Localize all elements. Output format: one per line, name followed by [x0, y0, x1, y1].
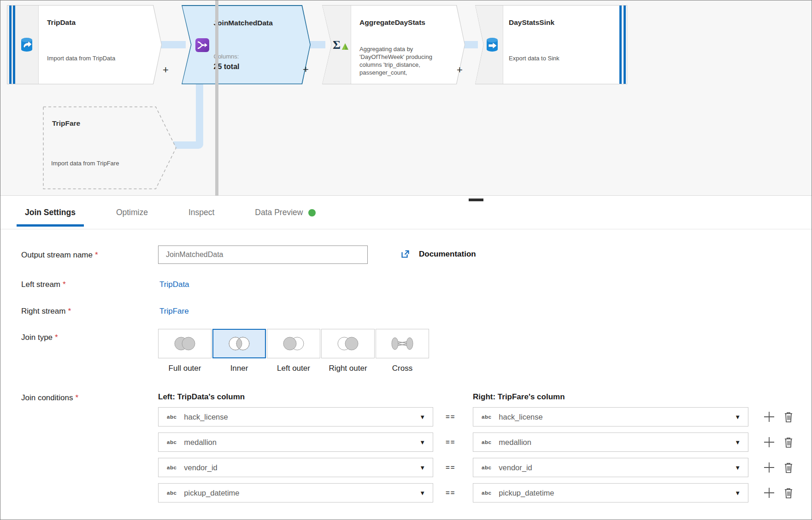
node-tripdata[interactable]: TripData Import data from TripData	[7, 5, 162, 84]
delete-condition-button[interactable]	[783, 436, 794, 448]
join-type-label: Join type*	[21, 333, 58, 342]
node-title: TripFare	[52, 119, 80, 128]
join-type-option-label: Cross	[376, 364, 429, 373]
output-stream-input[interactable]	[158, 245, 368, 264]
documentation-link[interactable]: Documentation	[400, 250, 476, 259]
svg-text:Σ: Σ	[333, 38, 341, 52]
string-type-badge: abc	[482, 490, 491, 496]
add-transformation-button[interactable]: +	[457, 64, 463, 76]
full-outer-venn-icon	[172, 335, 198, 352]
chevron-down-icon: ▼	[419, 439, 425, 446]
right-column-dropdown[interactable]: abc medallion ▼	[473, 432, 748, 452]
add-condition-button[interactable]	[763, 486, 776, 499]
chevron-down-icon: ▼	[419, 414, 425, 421]
chevron-down-icon: ▼	[735, 414, 741, 421]
dropdown-value: medallion	[184, 438, 419, 447]
left-outer-venn-icon	[281, 335, 306, 352]
delete-condition-button[interactable]	[783, 462, 794, 473]
equals-operator: ==	[446, 489, 456, 497]
join-type-option-label: Full outer	[158, 364, 212, 373]
right-stream-label: Right stream*	[21, 307, 71, 316]
join-type-left-outer-button[interactable]	[267, 329, 320, 358]
chevron-down-icon: ▼	[735, 464, 741, 471]
join-conditions-label: Join conditions*	[21, 393, 78, 403]
node-tripfare-ghost[interactable]: TripFare Import data from TripFare	[43, 106, 177, 189]
data-preview-status-dot	[308, 209, 316, 216]
left-column-dropdown[interactable]: abc vendor_id ▼	[158, 458, 433, 477]
chevron-down-icon: ▼	[735, 490, 741, 497]
add-condition-button[interactable]	[763, 410, 776, 423]
dataflow-canvas[interactable]: TripData Import data from TripData +	[0, 0, 812, 196]
node-daystatssink[interactable]: DayStatsSink Export data to Sink	[475, 5, 627, 84]
dropdown-value: hack_license	[499, 413, 735, 421]
external-link-icon	[400, 250, 410, 259]
tab-inspect[interactable]: Inspect	[180, 196, 223, 229]
right-column-dropdown[interactable]: abc vendor_id ▼	[473, 458, 748, 477]
right-column-dropdown[interactable]: abc hack_license ▼	[473, 407, 748, 427]
join-type-right-outer-button[interactable]	[321, 329, 375, 358]
right-stream-link[interactable]: TripFare	[159, 307, 189, 316]
stream-start-bar	[13, 6, 15, 84]
add-transformation-button[interactable]: +	[163, 64, 169, 76]
left-column-dropdown[interactable]: abc pickup_datetime ▼	[158, 483, 433, 502]
panel-resize-handle[interactable]	[469, 199, 483, 201]
join-type-full-outer-button[interactable]	[158, 329, 212, 358]
left-stream-link[interactable]: TripData	[159, 280, 189, 289]
left-column-dropdown[interactable]: abc hack_license ▼	[158, 407, 433, 427]
join-settings-form: Output stream name* Documentation Left s…	[0, 229, 812, 520]
add-transformation-button[interactable]: +	[303, 64, 309, 76]
left-column-dropdown[interactable]: abc medallion ▼	[158, 432, 433, 452]
dropdown-value: medallion	[499, 438, 735, 447]
left-stream-label: Left stream*	[21, 280, 66, 289]
label-text: Right stream	[21, 307, 65, 316]
node-description: Export data to Sink	[509, 54, 610, 62]
add-condition-button[interactable]	[763, 461, 776, 474]
tab-join-settings[interactable]: Join Settings	[17, 196, 84, 229]
node-description: Import data from TripData	[47, 54, 148, 62]
dropdown-value: pickup_datetime	[499, 489, 735, 497]
aggregate-icon: Σ	[333, 38, 348, 53]
chevron-down-icon: ▼	[419, 464, 425, 471]
right-column-dropdown[interactable]: abc pickup_datetime ▼	[473, 483, 748, 502]
tab-data-preview[interactable]: Data Preview	[247, 196, 324, 229]
join-type-inner-button[interactable]	[212, 329, 266, 358]
required-asterisk: *	[75, 393, 78, 402]
cross-join-icon	[389, 335, 415, 352]
label-text: Output stream name	[21, 251, 93, 259]
tab-label: Data Preview	[255, 208, 303, 217]
delete-condition-button[interactable]	[783, 411, 794, 423]
string-type-badge: abc	[482, 414, 491, 420]
node-joinmatcheddata[interactable]: JoinMatchedData Columns: 25 total	[182, 5, 311, 84]
required-asterisk: *	[63, 280, 66, 289]
string-type-badge: abc	[167, 465, 177, 470]
string-type-badge: abc	[167, 414, 177, 420]
chevron-down-icon: ▼	[419, 490, 425, 497]
node-icon-section	[7, 6, 39, 84]
ghost-node-outline	[43, 106, 177, 189]
join-type-cross-button[interactable]	[376, 329, 429, 358]
node-icon-section	[476, 6, 503, 84]
tab-optimize[interactable]: Optimize	[108, 196, 156, 229]
node-description: Import data from TripFare	[51, 160, 119, 167]
add-condition-button[interactable]	[763, 436, 776, 449]
dropdown-value: pickup_datetime	[184, 489, 419, 497]
equals-operator: ==	[446, 463, 456, 471]
node-face: JoinMatchedData Columns: 25 total	[182, 6, 310, 84]
right-column-header: Right: TripFare's column	[473, 392, 565, 402]
node-title: DayStatsSink	[509, 18, 554, 27]
source-icon	[19, 37, 34, 53]
tab-label: Inspect	[188, 208, 214, 217]
required-asterisk: *	[95, 251, 98, 259]
dataflow-editor-window: TripData Import data from TripData +	[0, 0, 812, 520]
equals-operator: ==	[446, 413, 456, 421]
canvas-scrollbar[interactable]	[215, 0, 218, 196]
node-face: DayStatsSink Export data to Sink	[476, 6, 627, 84]
node-description: Aggregating data by 'DayOfTheWeek' produ…	[359, 45, 454, 84]
documentation-label: Documentation	[419, 250, 476, 259]
string-type-badge: abc	[167, 490, 177, 496]
stream-end-bar	[624, 6, 626, 84]
node-aggregatedaystats[interactable]: Σ AggregateDayStats Aggregating data by …	[322, 5, 465, 84]
delete-condition-button[interactable]	[783, 487, 794, 499]
node-title: AggregateDayStats	[359, 18, 425, 27]
join-type-option-label: Inner	[212, 364, 266, 373]
